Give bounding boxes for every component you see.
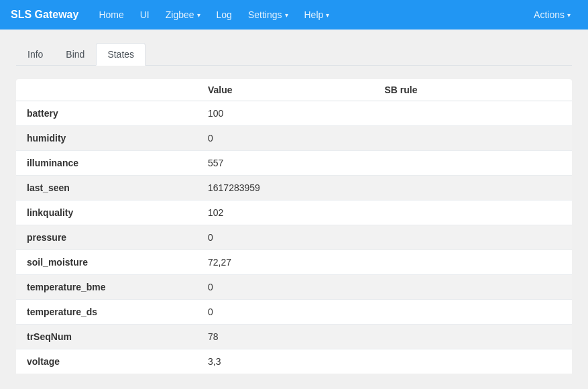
row-value-soil-moisture: 72,27 bbox=[208, 257, 385, 268]
table-row: last_seen 1617283959 bbox=[16, 176, 572, 201]
table-row: soil_moisture 72,27 bbox=[16, 250, 572, 275]
navbar-right: Actions bbox=[527, 5, 577, 24]
row-name-linkquality: linkquality bbox=[27, 207, 208, 218]
row-name-trseqnum: trSeqNum bbox=[27, 331, 208, 342]
main-content: Info Bind States Value SB rule battery 1… bbox=[0, 30, 588, 387]
nav-zigbee[interactable]: Zigbee bbox=[159, 5, 207, 24]
row-value-voltage: 3,3 bbox=[208, 356, 385, 367]
table-row: trSeqNum 78 bbox=[16, 325, 572, 349]
nav-log[interactable]: Log bbox=[210, 5, 239, 24]
col-value-header: Value bbox=[208, 85, 385, 95]
row-value-temperature-bme: 0 bbox=[208, 282, 385, 292]
tab-bind[interactable]: Bind bbox=[54, 43, 96, 66]
table-row: illuminance 557 bbox=[16, 151, 572, 176]
table-row: linkquality 102 bbox=[16, 201, 572, 225]
brand-label[interactable]: SLS Gateway bbox=[11, 9, 78, 21]
row-value-last-seen: 1617283959 bbox=[208, 182, 385, 193]
row-value-illuminance: 557 bbox=[208, 158, 385, 168]
row-name-illuminance: illuminance bbox=[27, 158, 208, 168]
nav-help[interactable]: Help bbox=[298, 5, 337, 24]
navbar: SLS Gateway Home UI Zigbee Log Settings … bbox=[0, 0, 588, 30]
row-value-battery: 100 bbox=[208, 108, 385, 119]
nav-home[interactable]: Home bbox=[92, 5, 130, 24]
table-row: battery 100 bbox=[16, 101, 572, 126]
actions-button[interactable]: Actions bbox=[527, 5, 577, 24]
table-row: temperature_bme 0 bbox=[16, 275, 572, 300]
row-name-humidity: humidity bbox=[27, 133, 208, 144]
row-name-voltage: voltage bbox=[27, 356, 208, 367]
col-name-header bbox=[27, 85, 208, 95]
nav-ui[interactable]: UI bbox=[133, 5, 156, 24]
table-row: humidity 0 bbox=[16, 126, 572, 151]
table-header: Value SB rule bbox=[16, 79, 572, 101]
table-row: pressure 0 bbox=[16, 225, 572, 250]
table-row: voltage 3,3 bbox=[16, 349, 572, 374]
row-name-last-seen: last_seen bbox=[27, 182, 208, 193]
col-sbrule-header: SB rule bbox=[385, 85, 562, 95]
tab-info[interactable]: Info bbox=[16, 43, 54, 66]
nav-settings[interactable]: Settings bbox=[241, 5, 295, 24]
states-table: Value SB rule battery 100 humidity 0 ill… bbox=[16, 79, 572, 374]
row-name-temperature-bme: temperature_bme bbox=[27, 282, 208, 292]
row-value-linkquality: 102 bbox=[208, 207, 385, 218]
table-row: temperature_ds 0 bbox=[16, 300, 572, 325]
row-value-humidity: 0 bbox=[208, 133, 385, 144]
tab-states[interactable]: States bbox=[96, 43, 145, 66]
row-name-battery: battery bbox=[27, 108, 208, 119]
row-name-pressure: pressure bbox=[27, 232, 208, 243]
row-value-pressure: 0 bbox=[208, 232, 385, 243]
nav-links: Home UI Zigbee Log Settings Help bbox=[92, 5, 527, 24]
tabs: Info Bind States bbox=[16, 43, 572, 66]
row-value-trseqnum: 78 bbox=[208, 331, 385, 342]
row-value-temperature-ds: 0 bbox=[208, 307, 385, 317]
row-name-temperature-ds: temperature_ds bbox=[27, 307, 208, 317]
row-name-soil-moisture: soil_moisture bbox=[27, 257, 208, 268]
